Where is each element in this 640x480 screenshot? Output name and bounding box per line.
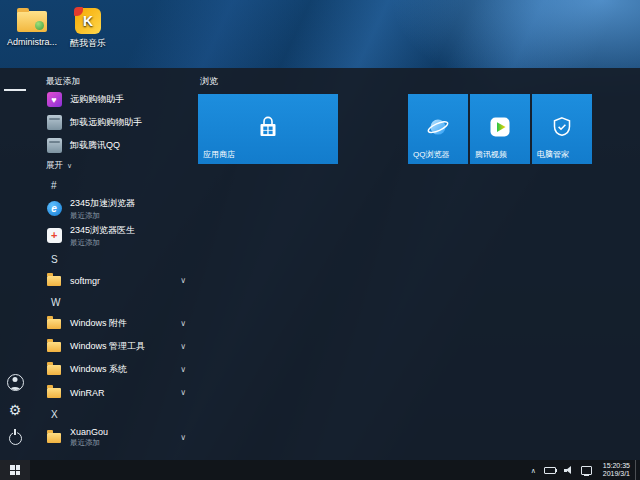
taskbar-clock[interactable]: 15:20:35 2019/3/1 (600, 462, 633, 479)
tile-tencent-video[interactable]: 腾讯视频 (470, 94, 530, 164)
folder-icon (47, 365, 61, 375)
section-letter-w[interactable]: W (38, 292, 196, 312)
tile-pc-manager[interactable]: 电脑管家 (532, 94, 592, 164)
tile-area: 浏览 应用商店 (196, 68, 640, 460)
recently-added-header: 最近添加 (38, 74, 196, 88)
desktop-icon-label: Administra... (4, 37, 60, 47)
chevron-down-icon: ∨ (180, 389, 190, 397)
app-item-uninstall-shopping-assistant[interactable]: 卸载远购购物助手 (38, 111, 196, 134)
clock-date: 2019/3/1 (603, 470, 630, 479)
volume-icon[interactable] (564, 466, 573, 474)
folder-item-windows-admin-tools[interactable]: Windows 管理工具 ∨ (38, 335, 196, 358)
app-item-uninstall-qq[interactable]: 卸载腾讯QQ (38, 134, 196, 157)
tray-chevron-up-icon[interactable]: ∧ (531, 467, 536, 474)
section-letter-s[interactable]: S (38, 249, 196, 269)
power-icon (9, 432, 22, 445)
show-desktop-button[interactable] (635, 460, 640, 480)
settings-button[interactable]: ⚙ (4, 399, 26, 421)
uninstaller-icon (47, 115, 62, 130)
folder-item-softmgr[interactable]: softmgr ∨ (38, 269, 196, 292)
gear-icon: ⚙ (9, 403, 22, 417)
shield-icon (550, 115, 574, 139)
folder-icon (47, 276, 61, 286)
app-item-2345-browser[interactable]: e 2345加速浏览器 最近添加 (38, 195, 196, 222)
battery-icon[interactable] (544, 467, 556, 474)
app-list: 最近添加 ♥ 远购购物助手 卸载远购购物助手 卸载腾讯QQ 展开 ∨ # e (30, 68, 196, 460)
expand-button[interactable]: 展开 ∨ (38, 157, 196, 175)
desktop-icon-administrator[interactable]: Administra... (4, 8, 60, 47)
recently-added-tag: 最近添加 (70, 211, 135, 221)
chevron-down-icon: ∨ (180, 320, 190, 328)
tile-app-store[interactable]: 应用商店 (198, 94, 338, 164)
store-bag-icon (255, 114, 281, 140)
desktop-icon-label: 酷我音乐 (60, 37, 116, 50)
folder-item-xuangou[interactable]: XuanGou 最近添加 ∨ (38, 424, 196, 451)
windows-logo-icon (10, 465, 20, 475)
start-menu-rail: ⚙ (0, 68, 30, 460)
user-badge-icon (35, 21, 44, 30)
app-item-2345-browser-doctor[interactable]: + 2345浏览器医生 最近添加 (38, 222, 196, 249)
qq-browser-icon (426, 115, 450, 139)
folder-icon (47, 342, 61, 352)
screen: Administra... K 酷我音乐 ⚙ 最近添加 (0, 0, 640, 480)
folder-item-windows-accessories[interactable]: Windows 附件 ∨ (38, 312, 196, 335)
folder-icon (47, 433, 61, 443)
chevron-down-icon: ∨ (67, 162, 72, 170)
2345-browser-icon: e (47, 201, 62, 216)
system-tray: ∧ 15:20:35 2019/3/1 (531, 462, 635, 479)
start-button[interactable] (0, 460, 30, 480)
power-button[interactable] (4, 427, 26, 449)
chevron-down-icon: ∨ (180, 343, 190, 351)
kuwo-k-glyph: K (83, 13, 93, 29)
chevron-down-icon: ∨ (180, 434, 190, 442)
browser-doctor-icon: + (47, 228, 62, 243)
tile-group-header[interactable]: 浏览 (198, 74, 640, 88)
folder-item-windows-system[interactable]: Windows 系统 ∨ (38, 358, 196, 381)
folder-item-winrar[interactable]: WinRAR ∨ (38, 381, 196, 404)
chevron-down-icon: ∨ (180, 366, 190, 374)
user-icon (7, 374, 24, 391)
uninstaller-icon (47, 138, 62, 153)
folder-icon (47, 388, 61, 398)
recently-added-tag: 最近添加 (70, 438, 108, 448)
section-letter-x[interactable]: X (38, 404, 196, 424)
folder-icon (16, 8, 48, 34)
shopping-assistant-icon: ♥ (47, 92, 62, 107)
user-account-button[interactable] (4, 371, 26, 393)
hamburger-menu-icon[interactable] (4, 79, 26, 101)
taskbar: ∧ 15:20:35 2019/3/1 (0, 460, 640, 480)
folder-icon (47, 319, 61, 329)
desktop-icon-kuwo-music[interactable]: K 酷我音乐 (60, 8, 116, 50)
tile-qq-browser[interactable]: QQ浏览器 (408, 94, 468, 164)
chevron-down-icon: ∨ (180, 277, 190, 285)
tencent-video-icon (488, 115, 512, 139)
section-letter-hash[interactable]: # (38, 175, 196, 195)
network-icon[interactable] (581, 466, 592, 475)
app-item-shopping-assistant[interactable]: ♥ 远购购物助手 (38, 88, 196, 111)
clock-time: 15:20:35 (603, 462, 630, 471)
start-menu: ⚙ 最近添加 ♥ 远购购物助手 卸载远购购物助手 卸载腾讯QQ 展开 (0, 68, 640, 460)
kuwo-music-icon: K (72, 8, 104, 34)
recently-added-tag: 最近添加 (70, 238, 135, 248)
